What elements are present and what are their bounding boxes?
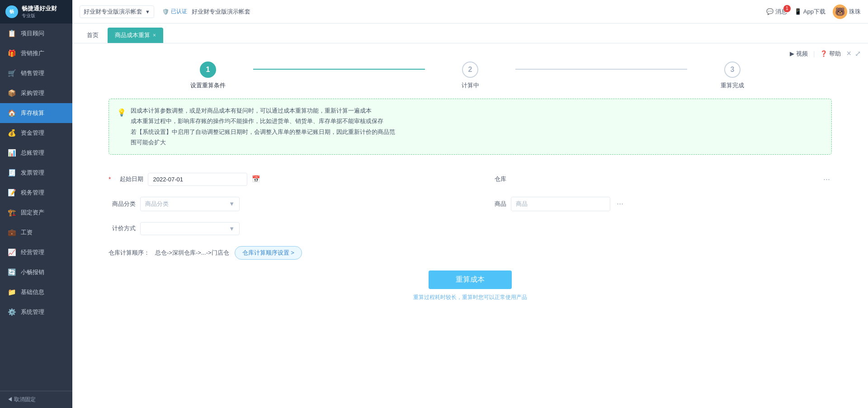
account-selector[interactable]: 好业财专业版演示帐套 ▼ [80, 5, 154, 18]
tab-home[interactable]: 首页 [80, 28, 106, 43]
step-2-circle: 2 [462, 62, 478, 78]
form-area: * 起始日期 📅 仓库 ··· 商品分类 商品分类 ▼ [72, 164, 868, 310]
step-3-label: 重算完成 [721, 81, 744, 90]
mobile-icon: 📱 [794, 8, 802, 15]
goods-placeholder: 商品 [516, 200, 528, 207]
sidebar-item-marketing[interactable]: 🎁 营销推广 [0, 43, 72, 63]
message-icon: 💬 [766, 8, 774, 15]
inventory-icon: 🏠 [7, 109, 16, 118]
calc-order-settings-button[interactable]: 仓库计算顺序设置 > [235, 246, 302, 260]
notice-line-1: 因成本计算参数调整，或是对商品成本有疑问时，可以通过成本重算功能，重新计算一遍成… [131, 105, 395, 116]
sidebar-item-label-system: 系统管理 [21, 308, 44, 316]
app-download-button[interactable]: 📱 App下载 [794, 8, 826, 16]
marketing-icon: 🎁 [7, 49, 16, 58]
help-button[interactable]: ❓ 帮助 [820, 50, 841, 58]
step-1: 1 设置重算条件 [163, 62, 253, 90]
sidebar-item-operation[interactable]: 📈 经营管理 [0, 242, 72, 262]
main-area: 好业财专业版演示帐套 ▼ 🛡️ 已认证 好业财专业版演示帐套 💬 消息 1 📱 … [72, 0, 868, 408]
form-row-1: * 起始日期 📅 仓库 ··· [108, 173, 832, 186]
notice-box: 💡 因成本计算参数调整，或是对商品成本有疑问时，可以通过成本重算功能，重新计算一… [108, 99, 832, 155]
topbar-actions: 💬 消息 1 📱 App下载 🐻 珠珠 [766, 5, 861, 19]
app-name: 畅捷通好业财 [22, 5, 57, 13]
form-row-3: 计价方式 ▼ [108, 222, 832, 235]
expand-icon[interactable]: ⤢ [855, 49, 861, 58]
tax-icon: 📝 [7, 188, 16, 197]
start-date-input[interactable] [148, 173, 247, 186]
sidebar-item-invoice[interactable]: 🧾 发票管理 [0, 163, 72, 183]
project-icon: 📋 [7, 29, 16, 38]
app-download-label: App下载 [803, 8, 826, 16]
tab-home-label: 首页 [87, 31, 99, 39]
sidebar-item-expense[interactable]: 🔄 小畅报销 [0, 262, 72, 282]
submit-area: 重算成本 重算过程耗时较长，重算时您可以正常使用产品 [108, 270, 832, 301]
goods-label: 商品 [479, 200, 506, 208]
unpin-label: ◀ 取消固定 [7, 396, 36, 403]
step-2-label: 计算中 [462, 81, 479, 90]
form-group-warehouse: 仓库 ··· [479, 175, 832, 184]
price-method-select[interactable]: ▼ [140, 222, 240, 235]
operation-icon: 📈 [7, 248, 16, 257]
sidebar-item-label-project: 项目顾问 [21, 29, 44, 38]
sidebar-item-label-invoice: 发票管理 [21, 169, 44, 177]
close-icon[interactable]: × [846, 49, 851, 58]
calendar-icon[interactable]: 📅 [252, 175, 260, 183]
invoice-icon: 🧾 [7, 168, 16, 177]
topbar: 好业财专业版演示帐套 ▼ 🛡️ 已认证 好业财专业版演示帐套 💬 消息 1 📱 … [72, 0, 868, 24]
step-connector-1 [253, 69, 425, 70]
notice-line-4: 围可能会扩大 [131, 137, 395, 147]
sidebar-item-project[interactable]: 📋 项目顾问 [0, 24, 72, 43]
calc-order-row: 仓库计算顺序： 总仓->深圳仓库->...->门店仓 仓库计算顺序设置 > [108, 246, 832, 260]
question-icon: ❓ [820, 50, 827, 57]
price-method-label: 计价方式 [108, 224, 136, 232]
sidebar-item-tax[interactable]: 📝 税务管理 [0, 183, 72, 203]
form-group-goods: 商品 商品 ··· [479, 197, 832, 211]
help-label: 帮助 [829, 50, 841, 58]
sidebar-item-salary[interactable]: 💼 工资 [0, 223, 72, 242]
sidebar-item-purchase[interactable]: 📦 采购管理 [0, 83, 72, 103]
step-1-circle: 1 [200, 62, 216, 78]
message-button[interactable]: 💬 消息 1 [766, 8, 787, 16]
notice-line-2: 成本重算过程中，影响库存账的操作均不能操作，比如进货单、销货单、库存单据不能审核… [131, 116, 395, 126]
form-group-category: 商品分类 商品分类 ▼ [108, 197, 461, 211]
sidebar-item-sales[interactable]: 🛒 销售管理 [0, 63, 72, 83]
user-avatar[interactable]: 🐻 珠珠 [833, 5, 861, 19]
goods-more-icon[interactable]: ··· [615, 199, 625, 209]
required-star: * [108, 176, 111, 183]
video-help-button[interactable]: ▶ 视频 [790, 50, 808, 58]
window-controls: × ⤢ [846, 49, 861, 58]
sidebar-unpin-button[interactable]: ◀ 取消固定 [0, 391, 72, 408]
tab-close-icon[interactable]: × [153, 32, 156, 38]
category-select[interactable]: 商品分类 ▼ [140, 197, 240, 211]
app-logo: 畅 [5, 5, 18, 18]
play-icon: ▶ [790, 50, 794, 57]
category-label: 商品分类 [108, 200, 136, 208]
sidebar-item-basic[interactable]: 📁 基础信息 [0, 282, 72, 302]
sidebar-item-inventory[interactable]: 🏠 库存核算 [0, 103, 72, 123]
sidebar-item-finance[interactable]: 💰 资金管理 [0, 123, 72, 143]
recalculate-button[interactable]: 重算成本 [429, 270, 512, 289]
calc-order-value: 总仓->深圳仓库->...->门店仓 [155, 249, 229, 257]
step-3-circle: 3 [724, 62, 741, 78]
sidebar-item-label-tax: 税务管理 [21, 189, 44, 197]
step-3-number: 3 [731, 66, 735, 74]
step-1-number: 1 [206, 66, 210, 74]
steps-container: 1 设置重算条件 2 计算中 3 重算完成 [72, 43, 868, 94]
sidebar-item-assets[interactable]: 🏗️ 固定资产 [0, 203, 72, 223]
content-top-controls: ▶ 视频 | ❓ 帮助 × ⤢ [790, 49, 861, 58]
notice-text: 因成本计算参数调整，或是对商品成本有疑问时，可以通过成本重算功能，重新计算一遍成… [131, 105, 395, 148]
sidebar-item-label-operation: 经营管理 [21, 248, 44, 256]
finance-icon: 💰 [7, 128, 16, 138]
accounting-icon: 📊 [7, 148, 16, 157]
sidebar-item-accounting[interactable]: 📊 总账管理 [0, 143, 72, 163]
warehouse-more-icon[interactable]: ··· [821, 175, 832, 184]
form-group-start-date: * 起始日期 📅 [108, 173, 461, 186]
sidebar-item-label-inventory: 库存核算 [21, 109, 44, 117]
tab-recalc[interactable]: 商品成本重算 × [108, 28, 163, 43]
recalculate-label: 重算成本 [456, 275, 485, 283]
sidebar-item-system[interactable]: ⚙️ 系统管理 [0, 302, 72, 322]
message-badge: 1 [783, 5, 791, 12]
topbar-account-name: 好业财专业版演示帐套 [192, 8, 250, 16]
sidebar-item-label-marketing: 营销推广 [21, 49, 44, 57]
tab-recalc-label: 商品成本重算 [115, 31, 150, 39]
sidebar-item-label-finance: 资金管理 [21, 129, 44, 137]
